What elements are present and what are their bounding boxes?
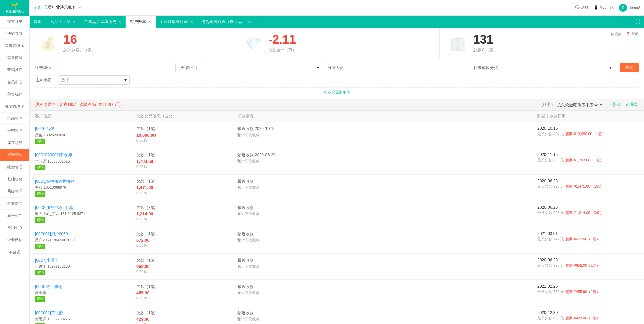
app-download-label: App下载 <box>600 5 614 10</box>
sidebar-item-retail-mall[interactable]: 零售商城 <box>0 52 29 64</box>
refresh-label: 刷新 <box>631 102 639 108</box>
customer-name-1[interactable]: [0001020001]李老师 <box>35 153 72 157</box>
export-button[interactable]: ↗ 导出 <box>608 102 620 108</box>
tab-product-history[interactable]: 产成品入库单历史✕ <box>80 16 126 28</box>
sidebar-item-ops-mgmt[interactable]: 经营管理 <box>0 161 29 173</box>
sidebar-toggle[interactable]: 示意 <box>34 5 41 10</box>
help-label: 帮助 <box>631 32 639 37</box>
sidebar-item-search-menu[interactable]: 搜索菜单 <box>0 16 29 28</box>
message-icon-btn[interactable]: 💬 消息 <box>575 5 588 10</box>
next-collection-5: 预计下次收款 <box>237 264 537 269</box>
customer-name-5[interactable]: [0007]小进干 <box>35 258 58 263</box>
customer-name-0[interactable]: [0016]吕俊 <box>35 126 54 131</box>
sidebar-item-batch-mgmt[interactable]: 批发管理 ▼ <box>0 100 29 113</box>
overdue-link-4[interactable]: 超期 ¥672.00（1笔） <box>565 237 600 241</box>
filter-balance: 往来余额 选择... ▾ <box>35 75 130 85</box>
tab-close-customer-account[interactable]: ✕ <box>148 20 151 24</box>
tab-close-product-shelf[interactable]: ✕ <box>73 20 76 24</box>
sort-select[interactable]: 按欠款金额倒序排序 <box>556 102 599 108</box>
balance-select-arrow: ▾ <box>124 78 127 82</box>
logo-text: 畅捷通好生意 <box>6 10 24 13</box>
customer-tag-3: 现销 <box>35 217 45 223</box>
filter-unit-type: 往来单位分类 ▾ <box>474 63 614 72</box>
balance-select[interactable]: 选择... ▾ <box>58 75 130 85</box>
result-info: 搜索结果中，客户16家，欠款金额 -21,148.07元 <box>35 102 121 108</box>
tab-minimize-btn[interactable]: — <box>625 18 633 25</box>
sidebar-item-newbie[interactable]: 新手引导 <box>0 210 29 222</box>
sidebar-item-purchase-mgmt[interactable]: 采购管理 <box>0 125 29 137</box>
dept-select-arrow: ▾ <box>317 65 319 70</box>
sidebar-item-quick-nav[interactable]: 快捷导航 <box>0 28 29 40</box>
tab-purchase-order[interactable]: 采购订单统计表✕ <box>156 16 197 28</box>
manager-input[interactable]: ··· <box>351 63 468 72</box>
stat-card-actions: ▶ 视频 ❓ 帮助 <box>611 32 639 37</box>
tab-inventory-stat[interactable]: 进货单统计表（按商品）✕ <box>197 16 255 28</box>
tab-product-shelf[interactable]: 商品上下架✕ <box>46 16 80 28</box>
collection-cell-3: 最近收款 预计下次收款 <box>237 205 537 216</box>
search-button[interactable]: 查询 <box>620 63 639 72</box>
sidebar-item-marketing[interactable]: 营销推广 <box>0 64 29 76</box>
overdue-link-6[interactable]: 超期 ¥455.90（1笔） <box>565 290 600 294</box>
topbar-right: 💬 消息 📱 App下载 D demo2 <box>575 4 640 12</box>
customer-cell-6: [0006]去下粮仓 陈小希 现销 <box>35 284 136 302</box>
total-customers-label: 总客户（家） <box>473 47 498 53</box>
customer-name-4[interactable]: [000002]用户2050 <box>35 232 68 236</box>
manager-label: 分管人员 <box>328 65 348 71</box>
customer-name-6[interactable]: [0006]去下粮仓 <box>35 284 62 289</box>
tab-home[interactable]: 首页 <box>30 16 46 28</box>
tab-close-inventory-stat[interactable]: ✕ <box>248 20 251 24</box>
tab-close-product-history[interactable]: ✕ <box>118 20 121 24</box>
sidebar-item-enterprise-wechat[interactable]: 企业微信 <box>0 234 29 246</box>
app-download-icon: 📱 <box>594 5 598 10</box>
sidebar-item-app-center[interactable]: 应用中心 <box>0 222 29 234</box>
unit-type-select[interactable]: ▾ <box>501 63 614 72</box>
video-btn[interactable]: ▶ 视频 <box>611 32 622 37</box>
collection-cell-2: 最近收款 预计下次收款 <box>237 179 537 190</box>
dept-select[interactable]: ▾ <box>204 63 322 72</box>
overdue-link-3[interactable]: 超期 ¥1,214.00（3笔） <box>565 211 604 215</box>
tab-close-purchase-order[interactable]: ✕ <box>190 20 193 24</box>
app-download-btn[interactable]: 📱 App下载 <box>594 5 614 10</box>
table-row: [0006]去下粮仓 陈小希 现销 欠款（1笔） 455.90 0.00% 最近… <box>30 280 644 306</box>
customer-name-3[interactable]: [0002]服务中心_丁磊 <box>35 205 73 210</box>
result-summary: 搜索结果中，客户16家 <box>35 102 76 107</box>
sidebar-item-member-center[interactable]: 会员中心 <box>0 76 29 88</box>
sidebar-item-retail-mgmt[interactable]: 零售管理 ▲ <box>0 40 29 52</box>
sidebar-item-vip-member[interactable]: 畅会员 <box>0 246 29 258</box>
tab-customer-account[interactable]: 客户账本✕ <box>126 16 156 28</box>
sidebar-item-enterprise[interactable]: 企业协同 <box>0 198 29 210</box>
overdue-link-7[interactable]: 超期 ¥429.00（1笔） <box>565 316 600 320</box>
col-debt-header: 欠款交易信息（占比） <box>136 113 237 119</box>
sort-arrow: ▾ <box>600 102 602 107</box>
overdue-link-2[interactable]: 超期 ¥1,471.00（1笔） <box>565 184 604 188</box>
sidebar-item-basic-info[interactable]: 基础信息 <box>0 173 29 185</box>
source-unit-input[interactable]: ··· <box>58 63 176 72</box>
tab-maximize-btn[interactable]: ⛶ <box>634 18 641 25</box>
collection-cell-1: 最近收款 2020-06-30 预计下次收款 <box>237 152 537 164</box>
refresh-icon: ↺ <box>626 102 629 107</box>
customer-contact-3: 服务中心_丁磊 181 0125 8371 <box>35 211 136 216</box>
col-due-header: 到期未收款日期 <box>537 113 639 119</box>
overdue-link-0[interactable]: 超期 ¥10,000.00（1笔） <box>565 132 606 136</box>
collapse-button[interactable]: ⋀ 收起更多条件 <box>324 90 350 95</box>
due-date-5: 2020.06.23 <box>537 258 639 262</box>
sidebar-item-ecommerce[interactable]: 电商管理 <box>0 113 29 125</box>
sidebar-item-retail-stat[interactable]: 零售统计 <box>0 88 29 100</box>
message-icon: 💬 <box>575 5 580 10</box>
message-label: 消息 <box>581 5 588 10</box>
customer-name-2[interactable]: [0003]畅捷服务尹海燕 <box>35 179 75 184</box>
refresh-button[interactable]: ↺ 刷新 <box>626 102 639 108</box>
customer-name-7[interactable]: [000001]黄思源 <box>35 311 63 315</box>
user-avatar-btn[interactable]: D demo2 <box>619 4 640 12</box>
debt-ratio-5: 0.00% <box>136 270 237 274</box>
sidebar-item-system-mgmt[interactable]: 系统管理 <box>0 185 29 198</box>
sidebar-item-finance-mgmt[interactable]: 资金管理 <box>0 149 29 161</box>
debt-amount-0: 10,000.00 <box>136 132 237 138</box>
username-label: demo2 <box>628 6 640 10</box>
help-btn[interactable]: ❓ 帮助 <box>626 32 639 37</box>
overdue-link-5[interactable]: 超期 ¥652.00（1笔） <box>565 263 600 267</box>
customer-tag-2: 现销 <box>35 191 45 197</box>
debt-amount-3: 1,214.00 <box>136 211 237 216</box>
overdue-link-1[interactable]: 超期 ¥1,703.68（1笔） <box>565 158 604 162</box>
sidebar-item-inventory[interactable]: 库存核算 <box>0 137 29 149</box>
